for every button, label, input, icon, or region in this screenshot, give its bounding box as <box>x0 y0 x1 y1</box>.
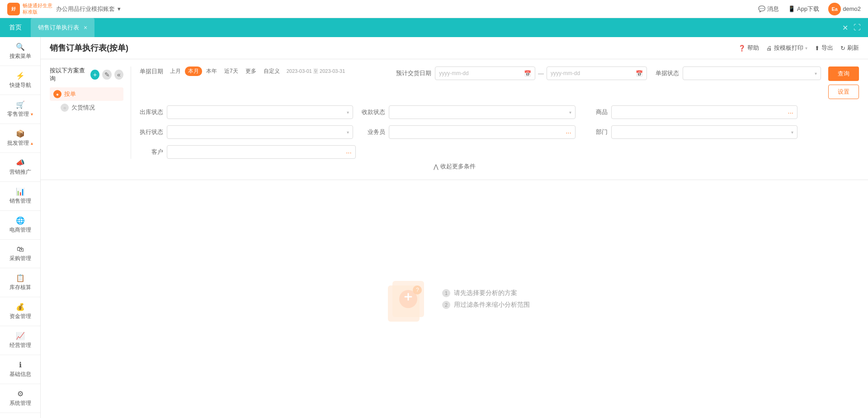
maximize-icon[interactable]: ⛶ <box>854 24 861 32</box>
date-btn-thismonth[interactable]: 本月 <box>185 66 202 76</box>
tab-active[interactable]: 首页 销售订单执行表 × <box>31 18 94 37</box>
close-window-icon[interactable]: ✕ <box>842 24 848 32</box>
finance-icon: 💰 <box>3 303 38 311</box>
outstock-group: 出库状态 ▾ <box>138 105 353 119</box>
date-btn-group: 上月 本月 本年 近7天 更多 自定义 <box>167 66 283 76</box>
top-bar-left: 好 畅捷通好生意 标准版 办公用品行业模拟账套 ▾ <box>7 3 121 15</box>
sidebar-item-marketing[interactable]: 📣 营销推广 <box>0 153 40 182</box>
sidebar-item-ecommerce[interactable]: 🌐 电商管理 <box>0 211 40 240</box>
search-icon: 🔍 <box>3 43 38 51</box>
export-btn[interactable]: ⬆ 导出 <box>815 44 833 52</box>
goods-more-icon[interactable]: ··· <box>788 109 793 116</box>
customer-select[interactable]: ··· <box>167 145 356 159</box>
top-bar: 好 畅捷通好生意 标准版 办公用品行业模拟账套 ▾ 💬 消息 📱 App下载 E… <box>0 0 868 18</box>
help-btn[interactable]: ❓ 帮助 <box>738 44 759 52</box>
tab-home[interactable]: 首页 <box>0 18 31 37</box>
sidebar-item-collab[interactable]: 🤝 企业协同 <box>0 413 40 418</box>
nav-icon: ⚡ <box>3 71 38 80</box>
sidebar-item-basic[interactable]: ℹ 基础信息 <box>0 355 40 384</box>
message-btn[interactable]: 💬 消息 <box>758 5 779 13</box>
sidebar-item-wholesale[interactable]: 📦 批发管理 ▴ <box>0 124 40 153</box>
breadcrumb[interactable]: 办公用品行业模拟账套 ▾ <box>56 5 121 13</box>
scheme-order-icon: ● <box>53 90 61 98</box>
sidebar-item-operations[interactable]: 📈 经营管理 <box>0 326 40 355</box>
user-menu[interactable]: Ea demo2 <box>828 3 861 15</box>
expected-date-to[interactable]: yyyy-mm-dd 📅 <box>547 66 647 80</box>
refresh-btn[interactable]: ↻ 刷新 <box>840 44 859 52</box>
tab-close-btn[interactable]: × <box>84 24 87 31</box>
logo-text: 畅捷通好生意 标准版 <box>23 3 52 14</box>
date-btn-thisyear[interactable]: 本年 <box>203 66 220 76</box>
app-download-btn[interactable]: 📱 App下载 <box>788 5 819 13</box>
goods-select[interactable]: ··· <box>611 105 797 119</box>
export-icon: ⬆ <box>815 45 820 52</box>
scheme-item-shortage[interactable]: ○ 欠货情况 <box>50 101 123 114</box>
dept-select[interactable]: ▾ <box>611 125 797 139</box>
add-scheme-btn[interactable]: + <box>90 70 99 80</box>
tip-num-1: 1 <box>442 289 450 297</box>
logo-icon: 好 <box>7 3 20 15</box>
collapse-scheme-btn[interactable]: « <box>114 70 123 80</box>
receipt-group: 收款状态 ▾ <box>360 105 575 119</box>
sidebar-item-inventory[interactable]: 📋 库存核算 <box>0 268 40 297</box>
receipt-select[interactable]: ▾ <box>389 105 575 119</box>
sidebar-item-finance[interactable]: 💰 资金管理 <box>0 297 40 326</box>
refresh-icon: ↻ <box>840 45 845 52</box>
filter-main: 按以下方案查询 + ✎ « ● 按单 ○ 欠货情况 <box>50 66 859 159</box>
basic-icon: ℹ <box>3 361 38 369</box>
tab-title: 销售订单执行表 <box>38 24 79 32</box>
empty-tip-2: 2 用过滤条件来缩小分析范围 <box>442 301 530 309</box>
salesman-more-icon[interactable]: ··· <box>566 128 571 136</box>
exec-arrow: ▾ <box>347 130 349 135</box>
empty-tips: 1 请先选择要分析的方案 2 用过滤条件来缩小分析范围 <box>442 289 530 309</box>
salesman-select[interactable]: ··· <box>389 125 575 139</box>
receipt-arrow: ▾ <box>569 110 571 115</box>
marketing-icon: 📣 <box>3 158 38 167</box>
sales-icon: 📊 <box>3 187 38 196</box>
sidebar: 🔍 搜索菜单 ⚡ 快捷导航 🛒 零售管理 ▾ 📦 批发管理 ▴ 📣 营销推广 📊… <box>0 37 41 418</box>
salesman-group: 业务员 ··· <box>360 125 575 139</box>
date-field-group: 单据日期 上月 本月 本年 近7天 更多 自定义 20 <box>138 66 389 76</box>
sidebar-item-search[interactable]: 🔍 搜索菜单 <box>0 37 40 66</box>
sidebar-item-nav[interactable]: ⚡ 快捷导航 <box>0 66 40 95</box>
wholesale-icon: 📦 <box>3 129 38 138</box>
message-icon: 💬 <box>758 5 765 12</box>
sidebar-item-retail[interactable]: 🛒 零售管理 ▾ <box>0 95 40 124</box>
date-btn-lastmonth[interactable]: 上月 <box>167 66 184 76</box>
expected-date-from[interactable]: yyyy-mm-dd 📅 <box>435 66 535 80</box>
date-btn-more[interactable]: 更多 <box>242 66 259 76</box>
operations-icon: 📈 <box>3 332 38 340</box>
logo-area: 好 畅捷通好生意 标准版 <box>7 3 52 15</box>
query-button[interactable]: 查询 <box>828 66 859 81</box>
status-select[interactable]: ▾ <box>683 66 821 80</box>
help-icon: ❓ <box>738 45 745 52</box>
avatar: Ea <box>828 3 841 15</box>
exec-select[interactable]: ▾ <box>167 125 353 139</box>
sidebar-item-purchase[interactable]: 🛍 采购管理 <box>0 240 40 268</box>
ecommerce-icon: 🌐 <box>3 216 38 225</box>
dept-group: 部门 ▾ <box>583 125 797 139</box>
scheme-item-order[interactable]: ● 按单 <box>50 87 123 101</box>
customer-group: 客户 ··· <box>138 145 356 159</box>
sidebar-item-system[interactable]: ⚙ 系统管理 <box>0 384 40 413</box>
scheme-selector: 按以下方案查询 + ✎ « ● 按单 ○ 欠货情况 <box>50 66 131 159</box>
exec-group: 执行状态 ▾ <box>138 125 353 139</box>
print-dropdown-icon: ▾ <box>805 46 807 51</box>
collapse-more-btn[interactable]: ⋀ 收起更多条件 <box>50 159 859 172</box>
edit-scheme-btn[interactable]: ✎ <box>102 70 111 80</box>
set-button[interactable]: 设置 <box>828 85 859 99</box>
print-btn[interactable]: 🖨 按模板打印 ▾ <box>766 44 807 52</box>
outstock-arrow: ▾ <box>347 110 349 115</box>
date-btn-7days[interactable]: 近7天 <box>221 66 241 76</box>
cal-from-icon: 📅 <box>524 70 531 77</box>
date-btn-custom[interactable]: 自定义 <box>260 66 283 76</box>
outstock-select[interactable]: ▾ <box>167 105 353 119</box>
tab-bar: 首页 首页 销售订单执行表 × ✕ ⛶ <box>0 18 868 37</box>
empty-state: ? 1 请先选择要分析的方案 2 用过滤条件来缩小分析范围 <box>41 180 868 418</box>
empty-illustration: ? <box>379 272 433 326</box>
query-action-area: 查询 设置 <box>828 66 859 99</box>
page-title: 销售订单执行表(按单) <box>50 43 128 59</box>
customer-more-icon[interactable]: ··· <box>346 148 352 156</box>
sidebar-item-sales[interactable]: 📊 销售管理 <box>0 182 40 211</box>
tip-num-2: 2 <box>442 301 450 309</box>
